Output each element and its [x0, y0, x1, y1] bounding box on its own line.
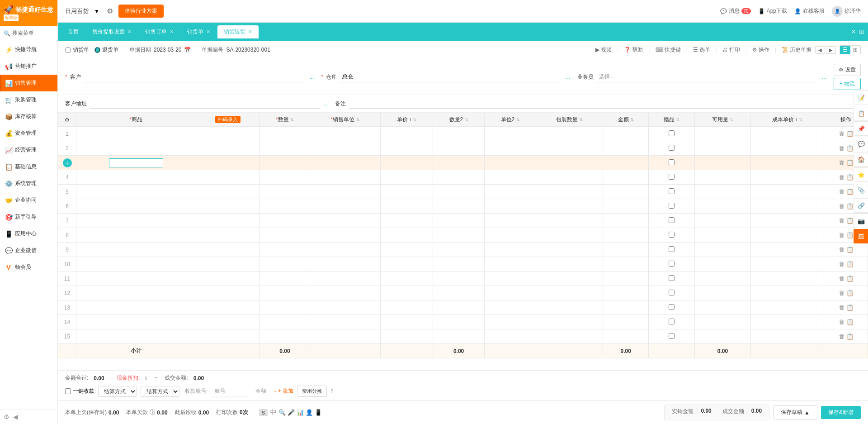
- right-float-camera[interactable]: 📷: [854, 214, 868, 228]
- row-1-qty[interactable]: [260, 127, 310, 141]
- row-5-delete-icon[interactable]: 🗑: [839, 188, 844, 195]
- row-4-delete-icon[interactable]: 🗑: [839, 174, 844, 181]
- row-7-copy-icon[interactable]: 📋: [846, 217, 854, 224]
- tab-sale-return[interactable]: 销货退货 ✕: [217, 25, 259, 38]
- row-2-gift[interactable]: [649, 141, 694, 156]
- toolbar-print[interactable]: 🖨 打印: [722, 46, 740, 54]
- add-row-btn[interactable]: +: [63, 158, 72, 167]
- right-float-star[interactable]: ⭐: [854, 167, 868, 182]
- sidebar-collapse-btn[interactable]: ◀: [13, 413, 18, 420]
- row-3-qty[interactable]: [260, 156, 310, 170]
- row-1-delete-icon[interactable]: 🗑: [839, 130, 844, 137]
- sidebar-item-finance[interactable]: 💰 资金管理: [0, 125, 57, 142]
- row-2-delete-icon[interactable]: 🗑: [839, 145, 844, 152]
- radio-sale-out[interactable]: 销货单: [65, 46, 89, 54]
- row-1-unit-price[interactable]: [381, 127, 433, 141]
- header-gear-icon[interactable]: ⚙: [107, 7, 113, 15]
- row-3-unit2[interactable]: [485, 156, 536, 170]
- fee-split-btn[interactable]: 费用分摊: [297, 386, 327, 397]
- tab-sale-out-close[interactable]: ✕: [206, 29, 210, 35]
- row-5-copy-icon[interactable]: 📋: [846, 188, 854, 195]
- row-1-qty2[interactable]: [433, 127, 484, 141]
- nav-prev-btn[interactable]: ◀: [815, 46, 825, 54]
- tab-sale-order-close[interactable]: ✕: [170, 29, 174, 35]
- row-1-unit2[interactable]: [485, 127, 536, 141]
- row-1-unit[interactable]: [310, 127, 381, 141]
- cost-price-sort-icon[interactable]: ⇅: [799, 117, 802, 122]
- calculation-method-select[interactable]: 结算方式: [141, 386, 179, 397]
- qty2-sort-icon[interactable]: ⇅: [465, 117, 468, 122]
- row-3-amount[interactable]: [603, 156, 649, 170]
- row-2-copy-icon[interactable]: 📋: [846, 145, 854, 152]
- row-7-delete-icon[interactable]: 🗑: [839, 217, 844, 224]
- sidebar-item-marketing[interactable]: 📢 营销推广: [0, 58, 57, 75]
- row-9-copy-icon[interactable]: 📋: [846, 246, 854, 253]
- row-2-qty2[interactable]: [433, 141, 484, 156]
- logistics-btn[interactable]: + 物流: [834, 78, 861, 90]
- row-3-product-input[interactable]: [109, 158, 163, 167]
- row-2-product[interactable]: [76, 141, 196, 156]
- right-float-attach[interactable]: 📎: [854, 183, 868, 197]
- one-key-receipt-checkbox[interactable]: 一键收款: [65, 387, 94, 395]
- row-8-copy-icon[interactable]: 📋: [846, 232, 854, 238]
- salesperson-input[interactable]: 选择...: [596, 71, 819, 82]
- trial-btn[interactable]: 体验行业方案: [118, 5, 164, 18]
- row-3-delete-icon[interactable]: 🗑: [839, 159, 844, 166]
- sidebar-item-purchase[interactable]: 🛒 采购管理: [0, 91, 57, 108]
- row-2-available[interactable]: [694, 141, 751, 156]
- address-input[interactable]: [90, 99, 321, 109]
- sidebar-item-system[interactable]: ⚙️ 系统管理: [0, 175, 57, 192]
- radio-sale-return-input[interactable]: [94, 47, 100, 53]
- row-3-unit-price[interactable]: [381, 156, 433, 170]
- discount-info-icon[interactable]: ℹ: [145, 376, 147, 381]
- right-float-pin[interactable]: 📌: [854, 121, 868, 136]
- tab-sale-price-close[interactable]: ✕: [127, 29, 132, 35]
- salesperson-dots[interactable]: ...: [822, 74, 826, 80]
- customer-input[interactable]: [84, 71, 307, 82]
- row-2-pack-qty[interactable]: [536, 141, 603, 156]
- row-13-copy-icon[interactable]: 📋: [846, 304, 854, 311]
- toolbar-video[interactable]: ▶ 视频: [595, 46, 612, 54]
- row-11-delete-icon[interactable]: 🗑: [839, 275, 844, 282]
- sidebar-item-sales[interactable]: 📊 销售管理: [0, 75, 57, 91]
- app-download-btn[interactable]: 📱 App下载: [758, 7, 787, 15]
- row-15-delete-icon[interactable]: 🗑: [839, 333, 844, 340]
- row-1-product[interactable]: [76, 127, 196, 141]
- sidebar-search[interactable]: 🔍 搜索菜单: [0, 26, 57, 41]
- row-14-copy-icon[interactable]: 📋: [846, 319, 854, 325]
- row-3-cost-price[interactable]: [751, 156, 824, 170]
- row-10-copy-icon[interactable]: 📋: [846, 261, 854, 267]
- warehouse-input[interactable]: 总仓: [340, 71, 563, 82]
- tab-sale-return-close[interactable]: ✕: [248, 29, 252, 35]
- toolbar-history[interactable]: 📜 历史单据: [782, 46, 811, 54]
- save-draft-btn[interactable]: 保存草稿 ▲: [773, 405, 817, 419]
- view-grid-btn[interactable]: ⊞: [850, 46, 860, 54]
- right-float-clipboard[interactable]: 📋: [854, 106, 868, 120]
- row-4-product[interactable]: [76, 170, 196, 185]
- sidebar-item-wechat[interactable]: 💬 企业微信: [0, 242, 57, 259]
- row-15-copy-icon[interactable]: 📋: [846, 333, 854, 340]
- tab-sale-out[interactable]: 销货单 ✕: [181, 25, 217, 38]
- right-float-link[interactable]: 🔗: [854, 198, 868, 213]
- row-12-delete-icon[interactable]: 🗑: [839, 290, 844, 296]
- row-2-unit[interactable]: [310, 141, 381, 156]
- sidebar-item-basic[interactable]: 📋 基础信息: [0, 158, 57, 175]
- tab-home[interactable]: 首页: [61, 25, 85, 38]
- right-float-image[interactable]: 🖼: [854, 229, 868, 243]
- row-9-delete-icon[interactable]: 🗑: [839, 246, 844, 253]
- doc-id-value[interactable]: SA-20230320-001: [226, 47, 270, 53]
- view-list-btn[interactable]: ☰: [840, 46, 850, 54]
- toolbar-help[interactable]: ❓ 帮助: [624, 46, 643, 54]
- cost-price-info-icon[interactable]: ℹ: [796, 117, 797, 122]
- row-1-gift[interactable]: [649, 127, 694, 141]
- row-2-qty[interactable]: [260, 141, 310, 156]
- right-float-note[interactable]: 📝: [854, 91, 868, 105]
- tab-sale-order[interactable]: 销售订单 ✕: [139, 25, 180, 38]
- available-sort-icon[interactable]: ⇅: [730, 117, 733, 122]
- row-1-amount[interactable]: [603, 127, 649, 141]
- row-3-gift[interactable]: [649, 156, 694, 170]
- qty-sort-icon[interactable]: ⇅: [290, 117, 294, 122]
- row-12-copy-icon[interactable]: 📋: [846, 290, 854, 296]
- payment-method-select[interactable]: 结算方式: [98, 386, 137, 397]
- row-2-amount[interactable]: [603, 141, 649, 156]
